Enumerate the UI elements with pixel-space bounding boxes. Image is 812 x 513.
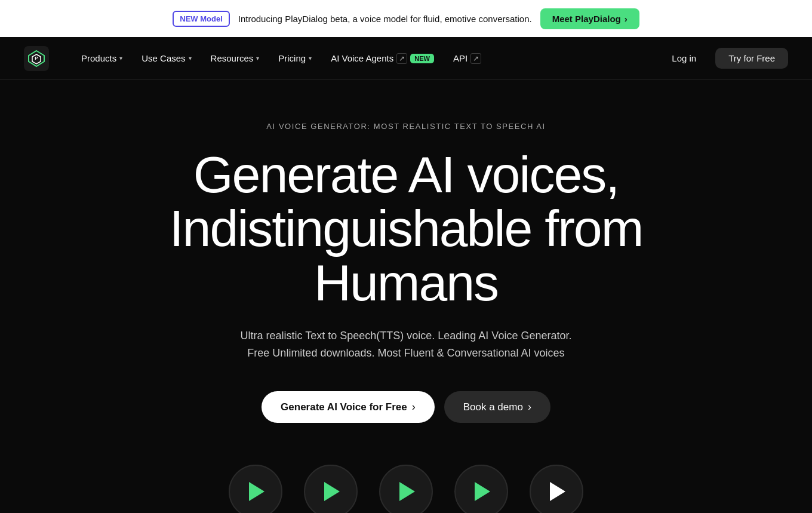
chevron-down-icon: ▾ — [189, 55, 192, 62]
announcement-text: Introducing PlayDialog beta, a voice mod… — [238, 14, 532, 24]
play-button-1[interactable] — [229, 465, 282, 513]
play-triangle-icon — [550, 482, 565, 501]
nav-item-api[interactable]: API ↗ — [445, 48, 490, 69]
play-button-5[interactable] — [530, 465, 583, 513]
hero-section: AI VOICE GENERATOR: MOST REALISTIC TEXT … — [0, 80, 812, 513]
nav-item-resources[interactable]: Resources ▾ — [202, 48, 268, 68]
nav-item-use-cases[interactable]: Use Cases ▾ — [133, 48, 199, 68]
voice-sample-3 — [379, 465, 433, 513]
announcement-bar: NEW Model Introducing PlayDialog beta, a… — [0, 0, 812, 37]
play-button-4[interactable] — [454, 465, 508, 513]
hero-subtitle: Ultra realistic Text to Speech(TTS) voic… — [241, 327, 572, 362]
play-button-3[interactable] — [379, 465, 433, 513]
nav-item-products[interactable]: Products ▾ — [73, 48, 131, 68]
external-link-icon: ↗ — [470, 53, 481, 64]
play-triangle-icon — [475, 482, 490, 501]
navbar: P Products ▾ Use Cases ▾ Resources ▾ Pri… — [0, 37, 812, 80]
voice-sample-5 — [530, 465, 583, 513]
new-model-badge: NEW Model — [173, 11, 230, 27]
nav-links: Products ▾ Use Cases ▾ Resources ▾ Prici… — [73, 48, 662, 69]
logo[interactable]: P — [24, 46, 49, 71]
arrow-icon: › — [412, 401, 416, 413]
nav-item-ai-voice-agents[interactable]: AI Voice Agents ↗ NEW — [322, 48, 442, 69]
chevron-down-icon: ▾ — [256, 55, 259, 62]
play-triangle-icon — [249, 482, 264, 501]
login-button[interactable]: Log in — [662, 48, 706, 68]
logo-icon: P — [24, 46, 49, 71]
voice-sample-1 — [229, 465, 282, 513]
nav-right: Log in Try for Free — [662, 48, 788, 69]
chevron-down-icon: ▾ — [309, 55, 312, 62]
external-link-icon: ↗ — [396, 53, 407, 64]
try-free-button[interactable]: Try for Free — [715, 48, 788, 69]
play-button-2[interactable] — [304, 465, 358, 513]
new-badge: NEW — [410, 54, 434, 63]
book-demo-button[interactable]: Book a demo › — [444, 391, 550, 423]
arrow-icon: › — [528, 401, 531, 413]
voice-sample-2 — [304, 465, 358, 513]
play-triangle-icon — [324, 482, 340, 501]
voice-sample-4 — [454, 465, 508, 513]
hero-eyebrow: AI VOICE GENERATOR: MOST REALISTIC TEXT … — [266, 122, 545, 131]
hero-buttons: Generate AI Voice for Free › Book a demo… — [262, 391, 550, 423]
chevron-down-icon: ▾ — [119, 55, 122, 62]
hero-title: Generate AI voices, Indistinguishable fr… — [170, 148, 643, 309]
generate-voice-button[interactable]: Generate AI Voice for Free › — [262, 391, 435, 423]
voice-samples — [24, 465, 788, 513]
play-triangle-icon — [399, 482, 415, 501]
meet-playdialog-button[interactable]: Meet PlayDialog › — [540, 8, 639, 29]
svg-text:P: P — [35, 56, 38, 61]
nav-item-pricing[interactable]: Pricing ▾ — [270, 48, 320, 68]
